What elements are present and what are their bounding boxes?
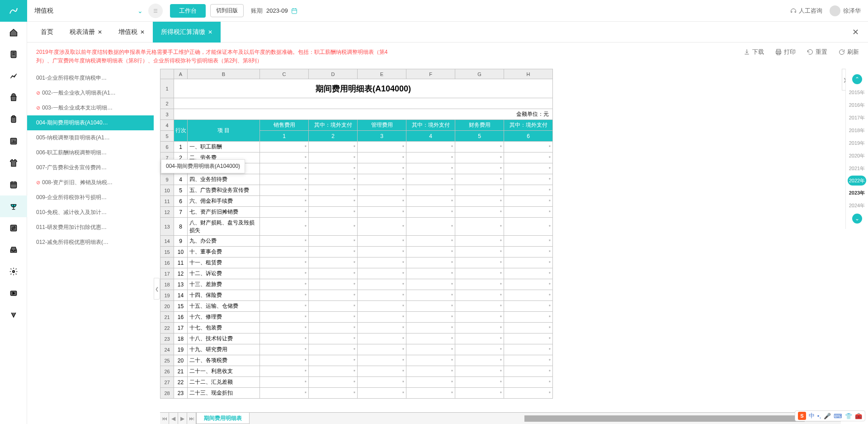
cell-9-3[interactable]: * — [358, 236, 406, 247]
cell-18-1[interactable]: * — [260, 333, 309, 344]
cell-11-4[interactable]: * — [406, 257, 455, 268]
nav-home[interactable] — [0, 22, 27, 43]
cell-17-5[interactable]: * — [455, 323, 504, 333]
cell-8-6[interactable]: * — [504, 218, 553, 236]
cell-16-6[interactable]: * — [504, 312, 553, 323]
nav-settings[interactable] — [0, 261, 27, 282]
nav-doc[interactable] — [0, 43, 27, 65]
cell-8-2[interactable]: * — [309, 218, 358, 236]
cell-8-4[interactable]: * — [406, 218, 455, 236]
cell-20-6[interactable]: * — [504, 355, 553, 366]
year-scroll-up[interactable]: ⌃ — [852, 74, 862, 84]
nav-calendar[interactable] — [0, 174, 27, 195]
cell-2-2[interactable]: * — [309, 152, 358, 163]
cell-10-1[interactable]: * — [260, 247, 309, 257]
sheet-tab-active[interactable]: 期间费用明细表 — [196, 413, 250, 424]
cell-4-6[interactable]: * — [504, 174, 553, 185]
cell-13-1[interactable]: * — [260, 279, 309, 290]
close-all-tabs[interactable]: ✕ — [849, 27, 863, 37]
cell-19-3[interactable]: * — [358, 344, 406, 355]
cell-8-5[interactable]: * — [455, 218, 504, 236]
cell-21-3[interactable]: * — [358, 366, 406, 377]
cell-5-5[interactable]: * — [455, 185, 504, 196]
cell-16-1[interactable]: * — [260, 312, 309, 323]
cell-1-4[interactable]: * — [406, 142, 455, 152]
tax-type-dropdown[interactable]: 增值税 ⌄ — [34, 7, 143, 15]
cell-19-4[interactable]: * — [406, 344, 455, 355]
cell-20-3[interactable]: * — [358, 355, 406, 366]
collapse-sidebar-handle[interactable]: ❮ — [154, 278, 160, 300]
cell-6-4[interactable]: * — [406, 196, 455, 207]
tab-2[interactable]: 增值税✕ — [110, 22, 153, 43]
form-item-6[interactable]: 007-广告费和业务宣传费跨… — [27, 160, 154, 175]
form-item-0[interactable]: 001-企业所得税年度纳税申… — [27, 71, 154, 86]
sheet-nav-last[interactable]: ⏭ — [187, 413, 196, 424]
cell-13-6[interactable]: * — [504, 279, 553, 290]
tab-close-icon[interactable]: ✕ — [98, 29, 102, 35]
download-button[interactable]: 下载 — [743, 48, 764, 56]
cell-15-1[interactable]: * — [260, 301, 309, 312]
cell-18-2[interactable]: * — [309, 333, 358, 344]
form-item-3[interactable]: 004-期间费用明细表(A1040… — [27, 115, 154, 130]
cell-20-2[interactable]: * — [309, 355, 358, 366]
sheet-nav-prev[interactable]: ◀ — [169, 413, 178, 424]
cell-13-4[interactable]: * — [406, 279, 455, 290]
cell-7-6[interactable]: * — [504, 207, 553, 218]
cell-10-3[interactable]: * — [358, 247, 406, 257]
ime-mic-icon[interactable]: 🎤 — [824, 413, 831, 419]
year-2019年[interactable]: 2019年 — [846, 137, 868, 149]
cell-12-5[interactable]: * — [455, 268, 504, 279]
cell-22-4[interactable]: * — [406, 377, 455, 388]
year-2015年[interactable]: 2015年 — [846, 86, 868, 99]
tab-0[interactable]: 首页 — [33, 22, 61, 43]
cell-22-1[interactable]: * — [260, 377, 309, 388]
print-button[interactable]: 打印 — [775, 48, 796, 56]
horizontal-scrollbar[interactable] — [524, 415, 841, 422]
form-item-8[interactable]: 009-企业所得税弥补亏损明… — [27, 190, 154, 205]
cell-22-2[interactable]: * — [309, 377, 358, 388]
cell-2-1[interactable]: * — [260, 152, 309, 163]
cell-10-2[interactable]: * — [309, 247, 358, 257]
cell-7-2[interactable]: * — [309, 207, 358, 218]
cell-22-3[interactable]: * — [358, 377, 406, 388]
cell-5-4[interactable]: * — [406, 185, 455, 196]
cell-3-3[interactable]: * — [358, 163, 406, 174]
cell-4-2[interactable]: * — [309, 174, 358, 185]
cell-20-4[interactable]: * — [406, 355, 455, 366]
cell-7-4[interactable]: * — [406, 207, 455, 218]
cell-13-3[interactable]: * — [358, 279, 406, 290]
nav-v[interactable] — [0, 304, 27, 326]
cell-19-2[interactable]: * — [309, 344, 358, 355]
cell-14-4[interactable]: * — [406, 290, 455, 301]
cell-23-4[interactable]: * — [406, 388, 455, 399]
cell-9-4[interactable]: * — [406, 236, 455, 247]
form-item-10[interactable]: 011-研发费用加计扣除优惠… — [27, 220, 154, 235]
cell-1-1[interactable]: * — [260, 142, 309, 152]
nav-transfer[interactable] — [0, 217, 27, 239]
cell-10-6[interactable]: * — [504, 247, 553, 257]
cell-17-1[interactable]: * — [260, 323, 309, 333]
form-item-5[interactable]: 006-职工薪酬纳税调整明细… — [27, 145, 154, 160]
cell-7-3[interactable]: * — [358, 207, 406, 218]
cell-23-5[interactable]: * — [455, 388, 504, 399]
cell-11-6[interactable]: * — [504, 257, 553, 268]
form-item-1[interactable]: ⊘002-一般企业收入明细表(A1… — [27, 86, 154, 100]
cell-3-2[interactable]: * — [309, 163, 358, 174]
nav-clipboard[interactable] — [0, 109, 27, 130]
cell-10-5[interactable]: * — [455, 247, 504, 257]
cell-18-6[interactable]: * — [504, 333, 553, 344]
cell-4-1[interactable]: * — [260, 174, 309, 185]
cell-21-6[interactable]: * — [504, 366, 553, 377]
nav-inbox[interactable] — [0, 239, 27, 261]
cell-12-4[interactable]: * — [406, 268, 455, 279]
cell-2-6[interactable]: * — [504, 152, 553, 163]
cell-6-5[interactable]: * — [455, 196, 504, 207]
cell-6-1[interactable]: * — [260, 196, 309, 207]
cell-5-1[interactable]: * — [260, 185, 309, 196]
cell-1-3[interactable]: * — [358, 142, 406, 152]
year-scroll-down[interactable]: ⌄ — [852, 214, 862, 224]
cell-6-3[interactable]: * — [358, 196, 406, 207]
nav-tax[interactable] — [0, 195, 27, 217]
cell-19-1[interactable]: * — [260, 344, 309, 355]
ime-skin-icon[interactable]: 👕 — [845, 413, 852, 419]
